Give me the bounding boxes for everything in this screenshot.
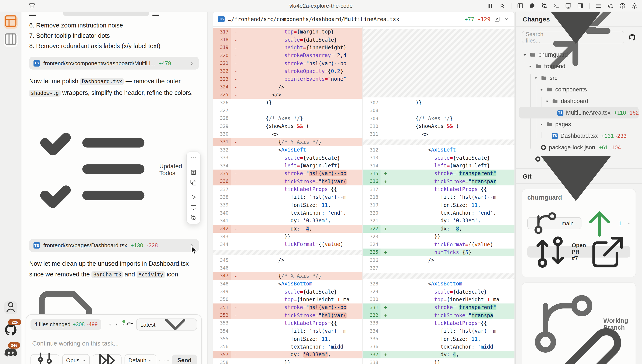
diff-line[interactable]: 350 top={innerHeight + ma	[213, 296, 362, 304]
diff-line[interactable]: 337+ dy: 4,	[363, 351, 514, 359]
diff-line[interactable]: 308	[363, 107, 514, 114]
gear-icon[interactable]	[631, 2, 638, 9]
diff-line[interactable]: 333 tickLabelProps={{	[363, 319, 514, 327]
diff-line[interactable]: 330 <>	[213, 130, 362, 138]
tree-folder-components[interactable]: components	[519, 84, 638, 95]
diff-line[interactable]: 314 left={margin.left}	[363, 162, 514, 170]
diff-line[interactable]: 320 textAnchor: 'end',	[363, 209, 514, 217]
diff-line[interactable]: 335- stroke="hsl(var(--bo	[213, 170, 362, 178]
diff-line[interactable]: 322+ dx: -8,	[363, 225, 514, 233]
caret-down-icon[interactable]	[523, 52, 527, 57]
diff-line[interactable]: 313 scale={valueScale}	[363, 154, 514, 162]
diff-line[interactable]: 345 />	[213, 256, 362, 264]
diff-line[interactable]: 332+ tickStroke="transpa	[363, 312, 514, 319]
diff-line[interactable]: 333 scale={valueScale}	[213, 154, 362, 162]
tree-folder-churnguard[interactable]: churnguard	[519, 49, 638, 60]
diff-line[interactable]: 310 {showAxis && (	[363, 122, 514, 130]
github-link-button[interactable]: 22k	[4, 324, 18, 338]
chevrons-up-icon[interactable]	[499, 2, 505, 9]
diff-line[interactable]: 311 <>	[363, 130, 514, 138]
play-icon[interactable]	[190, 194, 197, 200]
scroll-up-icon[interactable]	[109, 321, 112, 328]
diff-line[interactable]: 336 textAnchor: 'midd	[363, 343, 514, 351]
file-change-chip[interactable]: TS frontend/src/pages/Dashboard.tsx +130…	[29, 239, 199, 252]
send-button[interactable]: Send	[172, 354, 197, 364]
diff-line[interactable]: 319- height={innerHeight}	[213, 44, 362, 52]
diff-line[interactable]: 351- stroke="hsl(var(--bo	[213, 304, 362, 312]
help-icon[interactable]	[619, 2, 626, 9]
diff-line[interactable]: 326 )}	[213, 99, 362, 107]
diff-line[interactable]: 348 <AxisBottom	[213, 280, 362, 288]
caret-down-icon[interactable]	[539, 87, 544, 92]
diff-line[interactable]: 355 fontSize: 11,	[213, 335, 362, 343]
git-compare-icon[interactable]	[541, 2, 547, 9]
spark-icon[interactable]	[116, 321, 118, 328]
diff-line[interactable]: 307 )}	[363, 99, 514, 107]
updated-todos-row[interactable]: Updated Todos	[29, 106, 199, 234]
diff-line[interactable]: 322- strokeOpacity={0.2}	[213, 67, 362, 75]
diff-line[interactable]: 319 fontSize: 11,	[363, 201, 514, 209]
diff-line[interactable]: 352- tickStroke="hsl(var(	[213, 312, 362, 319]
open-pr-button[interactable]: Open PR #7	[527, 246, 630, 258]
diff-line[interactable]: 327	[363, 264, 514, 272]
diff-line[interactable]: 321- stroke="hsl(var(--bo	[213, 60, 362, 68]
discord-link-button[interactable]: 346	[4, 347, 18, 360]
diff-line[interactable]: 331- {/* Y Axis */}	[213, 138, 362, 146]
diff-line[interactable]: 339 fontSize: 11,	[213, 201, 362, 209]
diff-line[interactable]: 337 tickLabelProps={{	[213, 186, 362, 194]
monitor-icon[interactable]	[565, 2, 571, 9]
diff-line[interactable]: 320- strokeDasharray="2,4	[213, 52, 362, 60]
diff-line[interactable]: 336- tickStroke="hsl(var(	[213, 178, 362, 186]
diff-line[interactable]: 340 textAnchor: 'end',	[213, 209, 362, 217]
diff-line[interactable]: 315+ stroke="transparent"	[363, 170, 514, 178]
diff-line[interactable]: 326 />	[363, 256, 514, 264]
tree-folder-src[interactable]: src	[519, 72, 638, 84]
diff-line[interactable]: 318 fill: 'hsl(var(--m	[363, 194, 514, 201]
attach-file-icon[interactable]	[159, 357, 160, 364]
collapse-caret-icon[interactable]	[516, 116, 636, 236]
mode-dropdown[interactable]: Default	[125, 354, 156, 364]
panel-right-icon[interactable]	[577, 2, 583, 9]
diff-line[interactable]: 356 textAnchor: 'midd	[213, 343, 362, 351]
layout-view-button[interactable]	[4, 15, 18, 29]
diff-line[interactable]: 338 }}	[363, 359, 514, 364]
chevron-down-icon[interactable]	[504, 16, 509, 22]
diff-line[interactable]: 324 tickFormat={(value)	[363, 240, 514, 248]
fast-forward-button[interactable]	[93, 354, 122, 364]
changes-section-header[interactable]: Changes	[516, 12, 642, 26]
diff-old-column[interactable]: 317- top={margin.top}318- scale={dateSca…	[213, 26, 362, 364]
diff-line[interactable]: 343 }}	[213, 233, 362, 240]
diff-line[interactable]: 349 scale={dateScale}	[213, 288, 362, 296]
diff-line[interactable]: 353 tickLabelProps={{	[213, 319, 362, 327]
pen-icon[interactable]	[168, 357, 169, 364]
panel-left-icon[interactable]	[517, 2, 523, 9]
diff-line[interactable]: 341 dy: '0.33em',	[213, 217, 362, 225]
diff-line[interactable]: 329 scale={dateScale}	[363, 288, 514, 296]
diff-line[interactable]: 347- {/* X Axis */}	[213, 272, 362, 280]
diff-line[interactable]: 338 fill: 'hsl(var(--m	[213, 193, 362, 201]
diff-line[interactable]: 323 }}	[363, 233, 514, 240]
diff-line[interactable]: 317- top={margin.top}	[213, 28, 362, 36]
diff-line[interactable]: 325+ numTicks={5}	[363, 248, 514, 256]
diff-line[interactable]: 342- dx: -4,	[213, 225, 362, 233]
terminal-icon[interactable]	[553, 2, 559, 9]
diff-line[interactable]: 332 <AxisLeft	[213, 146, 362, 154]
diff-line[interactable]: 354 fill: 'hsl(var(--m	[213, 327, 362, 335]
tree-folder-dashboard[interactable]: dashboard	[519, 95, 638, 107]
copy-icon[interactable]	[190, 180, 197, 186]
diff-line[interactable]: 317 tickLabelProps={{	[363, 186, 514, 194]
diff-box-icon[interactable]	[190, 169, 197, 176]
files-changed-chip[interactable]: 4 files changed +308 -499	[31, 319, 102, 330]
diff-line[interactable]: 328 {/* Axes */}	[213, 114, 362, 122]
diff-line[interactable]: 328 <AxisBottom	[363, 280, 514, 288]
file-change-chip[interactable]: TS frontend/src/components/dashboard/Mul…	[29, 57, 199, 70]
todo-status-icon[interactable]	[122, 321, 125, 328]
caret-down-icon[interactable]	[545, 99, 549, 103]
latest-dropdown[interactable]: Latest	[136, 318, 197, 330]
diff-line[interactable]: 329 {showAxis && (	[213, 122, 362, 130]
diff-line[interactable]: 334 fill: 'hsl(var(--m	[363, 327, 514, 335]
diff-line[interactable]: 324- />	[213, 83, 362, 91]
monitor-icon[interactable]	[190, 204, 197, 211]
caret-down-icon[interactable]	[534, 76, 538, 80]
expand-caret-icon[interactable]	[516, 350, 636, 364]
